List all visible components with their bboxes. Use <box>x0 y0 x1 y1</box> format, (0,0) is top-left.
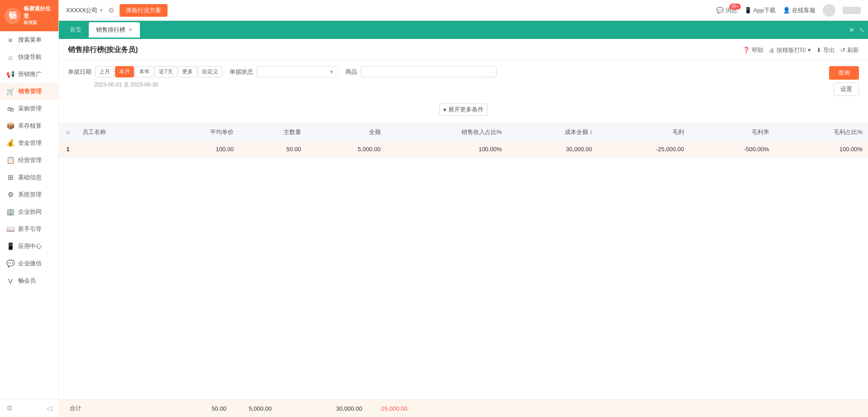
print-icon: 🖨 <box>769 47 775 53</box>
col-rank: ☆ <box>59 124 77 141</box>
sidebar-logo: 畅 畅康通好生意 标准版 <box>0 0 58 31</box>
refresh-button[interactable]: ↺ 刷新 <box>840 46 859 54</box>
settings-button[interactable]: 设置 <box>834 82 859 96</box>
sidebar-item-quick-nav[interactable]: ⌂ 快捷导航 <box>0 48 58 66</box>
date-tab-custom[interactable]: 自定义 <box>198 66 222 77</box>
sidebar-item-marketing[interactable]: 📢 营销推广 <box>0 66 58 83</box>
settings-icon[interactable]: ⚙ <box>6 404 13 412</box>
message-button[interactable]: 💬 消息 99+ <box>716 6 737 14</box>
logo-name: 畅康通好生意 <box>24 5 54 19</box>
sidebar-item-label: 系统管理 <box>18 191 42 199</box>
sidebar-item-inventory[interactable]: 📦 库存核算 <box>0 117 58 134</box>
sidebar-item-label: 企业协同 <box>18 208 42 216</box>
trial-button[interactable]: 体验行业方案 <box>120 4 168 17</box>
sidebar-item-label: 资金管理 <box>18 139 42 147</box>
sidebar-item-label: 经营管理 <box>18 156 42 164</box>
date-range-display: 2023-06-01 至 2023-06-30 <box>68 81 222 89</box>
filter-top-row: 单据日期 上月 本月 本年 近7天 更多 自定义 2023-06-01 至 20… <box>68 66 859 96</box>
export-button[interactable]: ⬇ 导出 <box>816 46 835 54</box>
export-label: 导出 <box>823 46 835 54</box>
col-profit: 毛利 <box>598 124 690 141</box>
collapse-sidebar-icon[interactable]: ◁ <box>47 404 52 412</box>
sidebar-item-label: 基础信息 <box>18 173 42 182</box>
sidebar-item-enterprise[interactable]: 🏢 企业协同 <box>0 203 58 220</box>
date-label: 单据日期 <box>68 68 91 76</box>
table-body: 1 100.00 50.00 5,000.00 100.00% 30,000.0… <box>59 141 868 158</box>
marketing-icon: 📢 <box>6 70 14 78</box>
sidebar-item-operations[interactable]: 📋 经营管理 <box>0 152 58 169</box>
content-area: 销售排行榜(按业务员) ❓ 帮助 🖨 按模板打印 ▾ ⬇ 导出 <box>59 39 868 417</box>
help-button[interactable]: ❓ 帮助 <box>743 46 763 54</box>
col-avg-price: 平均单价 <box>158 124 239 141</box>
goods-select-dots-icon: ··· <box>487 68 492 75</box>
date-tab-last-month[interactable]: 上月 <box>95 66 114 77</box>
date-tab-this-month[interactable]: 本月 <box>115 66 134 77</box>
sidebar-item-guide[interactable]: 📖 新手引导 <box>0 220 58 238</box>
sidebar-item-system[interactable]: ⚙ 系统管理 <box>0 186 58 203</box>
date-tab-more[interactable]: 更多 <box>178 66 197 77</box>
topbar-right: 💬 消息 99+ 📱 App下载 👤 在线客服 <box>716 4 861 17</box>
cell-qty: 50.00 <box>239 141 306 158</box>
tab-home[interactable]: 首页 <box>62 22 89 38</box>
query-button[interactable]: 查询 <box>829 66 859 80</box>
home-icon: ⌂ <box>6 53 14 61</box>
service-label: 在线客服 <box>792 6 815 14</box>
export-icon: ⬇ <box>816 47 821 53</box>
col-cost: 成本全额 ℹ <box>507 124 597 141</box>
status-select-arrow-icon: ▾ <box>330 68 333 75</box>
tab-sales-rank-label: 销售排行榜 <box>96 26 125 34</box>
sidebar-item-basic[interactable]: ⊞ 基础信息 <box>0 169 58 186</box>
sidebar-item-label: 搜索菜单 <box>18 36 42 44</box>
guide-icon: 📖 <box>6 225 14 233</box>
sidebar-item-search[interactable]: ≡ 搜索菜单 <box>0 31 58 48</box>
cell-profit: -25,000.00 <box>598 141 690 158</box>
print-button[interactable]: 🖨 按模板打印 ▾ <box>769 46 811 54</box>
expand-more-button[interactable]: ▾ 展开更多条件 <box>439 103 488 116</box>
tab-sales-rank[interactable]: 销售排行榜 ✕ <box>89 22 140 38</box>
company-selector[interactable]: XXXXX公司 ▾ <box>66 6 103 14</box>
close-tab-icon[interactable]: ✕ <box>849 26 854 34</box>
system-icon: ⚙ <box>6 191 14 199</box>
tab-home-label: 首页 <box>70 26 82 34</box>
sidebar-item-wechat[interactable]: 💬 企业微信 <box>0 255 58 272</box>
date-tab-this-year[interactable]: 本年 <box>135 66 154 77</box>
expand-tab-icon[interactable]: ⤡ <box>859 26 864 34</box>
goods-select[interactable]: ··· <box>361 66 497 77</box>
sidebar-item-sales[interactable]: 🛒 销售管理 <box>0 83 58 100</box>
tab-bar: 首页 销售排行榜 ✕ ✕ ⤡ <box>59 21 868 39</box>
sidebar-item-purchase[interactable]: 🛍 采购管理 <box>0 100 58 117</box>
footer-profit: -25,000.00 <box>368 405 413 412</box>
username-label <box>843 7 861 14</box>
status-select[interactable]: ▾ <box>257 66 338 77</box>
main-area: XXXXX公司 ▾ ⚙ 体验行业方案 💬 消息 99+ 📱 App下载 👤 在线… <box>59 0 868 417</box>
service-icon: 👤 <box>783 7 790 14</box>
sidebar-item-label: 营销推广 <box>18 70 42 78</box>
page-actions: ❓ 帮助 🖨 按模板打印 ▾ ⬇ 导出 ↺ 刷新 <box>743 46 859 54</box>
cell-cost: 30,000.00 <box>507 141 597 158</box>
app-download-link[interactable]: 📱 App下载 <box>744 6 776 14</box>
tab-bar-actions: ✕ ⤡ <box>849 26 864 34</box>
data-table: ☆ 员工名称 平均单价 主数量 全额 销售收入占比% 成本全额 ℹ 毛利 毛利率 <box>59 124 868 158</box>
tab-close-icon[interactable]: ✕ <box>128 27 133 33</box>
date-tab-7days[interactable]: 近7天 <box>155 66 177 77</box>
gear-icon[interactable]: ⚙ <box>108 6 114 14</box>
filter-actions: 查询 设置 <box>829 66 859 96</box>
table-row: 1 100.00 50.00 5,000.00 100.00% 30,000.0… <box>59 141 868 158</box>
col-qty: 主数量 <box>239 124 306 141</box>
footer-qty: 50.00 <box>196 405 232 412</box>
operations-icon: 📋 <box>6 156 14 164</box>
date-tabs: 上月 本月 本年 近7天 更多 自定义 <box>95 66 222 77</box>
status-filter-block: 单据状态 ▾ <box>230 66 338 77</box>
cost-info-icon: ℹ <box>590 129 592 135</box>
sidebar-item-label: 快捷导航 <box>18 53 42 61</box>
sidebar-item-apps[interactable]: 📱 应用中心 <box>0 238 58 255</box>
cell-profit-pct: 100.00% <box>775 141 868 158</box>
sidebar-item-vip[interactable]: V 畅会员 <box>0 272 58 289</box>
help-icon: ❓ <box>743 47 750 53</box>
avatar[interactable] <box>823 4 835 17</box>
online-service-link[interactable]: 👤 在线客服 <box>783 6 815 14</box>
expand-label: 展开更多条件 <box>448 105 484 114</box>
topbar: XXXXX公司 ▾ ⚙ 体验行业方案 💬 消息 99+ 📱 App下载 👤 在线… <box>59 0 868 21</box>
apps-icon: 📱 <box>6 242 14 250</box>
sidebar-item-finance[interactable]: 💰 资金管理 <box>0 134 58 152</box>
